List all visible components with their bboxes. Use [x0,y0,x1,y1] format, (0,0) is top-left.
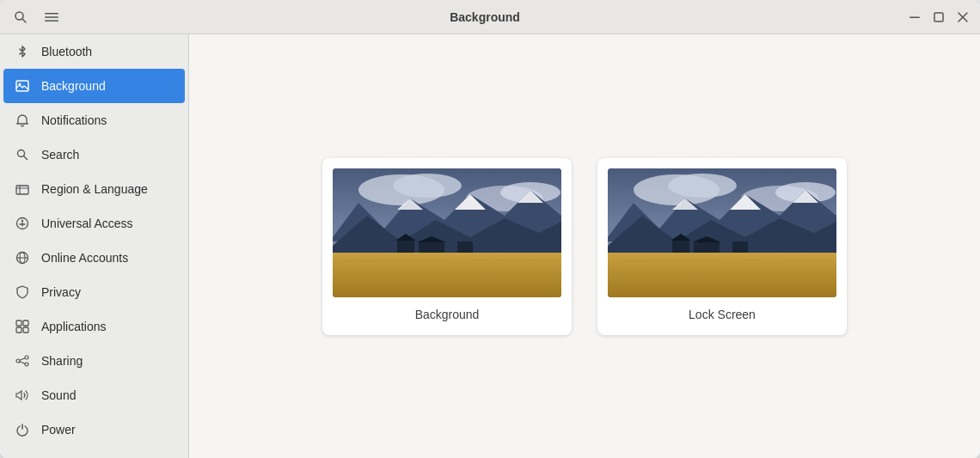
svg-rect-21 [16,321,21,326]
lock-screen-option[interactable]: Lock Screen [597,158,847,335]
main-window: Background [0,0,980,458]
sidebar-item-notifications[interactable]: Notifications [0,103,188,137]
lock-screen-preview [608,168,836,297]
sidebar-item-search-label: Search [41,148,79,162]
svg-rect-2 [45,13,58,15]
titlebar-search-button[interactable] [7,3,34,31]
sidebar-item-power-label: Power [41,423,76,437]
maximize-icon [934,12,944,22]
sidebar-item-privacy[interactable]: Privacy [0,275,188,309]
svg-line-1 [22,19,26,22]
sidebar-item-universal-access[interactable]: Universal Access [0,206,188,241]
search-sidebar-icon [14,146,31,163]
main-panel: Background [189,34,980,458]
close-button[interactable] [952,7,973,27]
privacy-icon [14,284,31,301]
svg-point-27 [25,363,28,366]
maximize-button[interactable] [928,7,949,27]
sidebar-item-bluetooth-label: Bluetooth [41,45,92,58]
minimize-icon [910,12,920,22]
svg-point-32 [393,174,462,198]
sidebar-item-online-accounts-label: Online Accounts [41,251,128,265]
svg-rect-23 [16,327,21,333]
sidebar-item-bluetooth[interactable]: Bluetooth [0,34,188,69]
svg-rect-63 [732,241,748,253]
svg-rect-24 [23,327,28,333]
background-preview [333,168,561,297]
sidebar-item-universal-access-label: Universal Access [41,217,133,230]
sound-icon [14,387,31,404]
svg-line-29 [20,362,25,363]
svg-rect-43 [397,241,414,253]
svg-rect-44 [419,242,444,253]
svg-point-50 [668,174,737,198]
svg-point-25 [16,359,20,363]
sidebar-item-sound[interactable]: Sound [0,378,188,412]
sidebar-item-search[interactable]: Search [0,137,188,172]
search-icon [14,10,28,24]
svg-point-15 [21,220,23,222]
power-icon [14,421,31,438]
sidebar-item-region[interactable]: Region & Language [0,172,188,206]
titlebar: Background [0,0,980,34]
sidebar-item-sound-label: Sound [41,388,76,402]
background-option-label: Background [415,308,480,321]
svg-rect-61 [672,241,689,253]
svg-line-12 [24,156,28,160]
svg-rect-5 [910,16,920,18]
notifications-icon [14,112,31,129]
background-option[interactable]: Background [322,158,572,335]
svg-rect-13 [16,186,28,194]
region-icon [14,180,31,198]
close-icon [958,12,968,22]
universal-access-icon [14,215,31,232]
sidebar-item-region-label: Region & Language [41,182,148,196]
svg-point-26 [25,356,28,359]
minimize-button[interactable] [904,7,925,27]
sidebar-item-applications-label: Applications [41,320,107,333]
hamburger-menu-button[interactable] [38,3,65,31]
background-icon [14,77,31,95]
svg-line-28 [20,358,25,360]
svg-rect-3 [45,16,58,18]
online-accounts-icon [14,249,31,266]
sidebar-item-network[interactable]: Network [0,447,188,458]
sidebar-item-privacy-label: Privacy [41,285,81,299]
sidebar-item-sharing[interactable]: Sharing [0,344,188,378]
sidebar-item-notifications-label: Notifications [41,113,107,127]
sidebar-item-background-label: Background [41,79,106,93]
sidebar: Bluetooth Background [0,34,189,458]
lock-screen-option-label: Lock Screen [689,308,756,321]
applications-icon [14,318,31,335]
background-options: Background [305,141,864,352]
svg-rect-6 [934,13,943,21]
sidebar-item-background[interactable]: Background [3,69,185,103]
sidebar-item-sharing-label: Sharing [41,354,83,368]
svg-rect-45 [457,241,473,253]
sidebar-item-online-accounts[interactable]: Online Accounts [0,241,188,275]
svg-rect-22 [23,321,28,326]
hamburger-icon [45,10,58,24]
svg-rect-62 [694,242,720,253]
window-controls [904,7,973,27]
bluetooth-icon [14,43,31,60]
content-area: Bluetooth Background [0,34,980,458]
sharing-icon [14,352,31,369]
sidebar-item-applications[interactable]: Applications [0,309,188,344]
svg-rect-4 [45,20,58,21]
sidebar-item-power[interactable]: Power [0,412,188,447]
window-title: Background [65,10,904,24]
